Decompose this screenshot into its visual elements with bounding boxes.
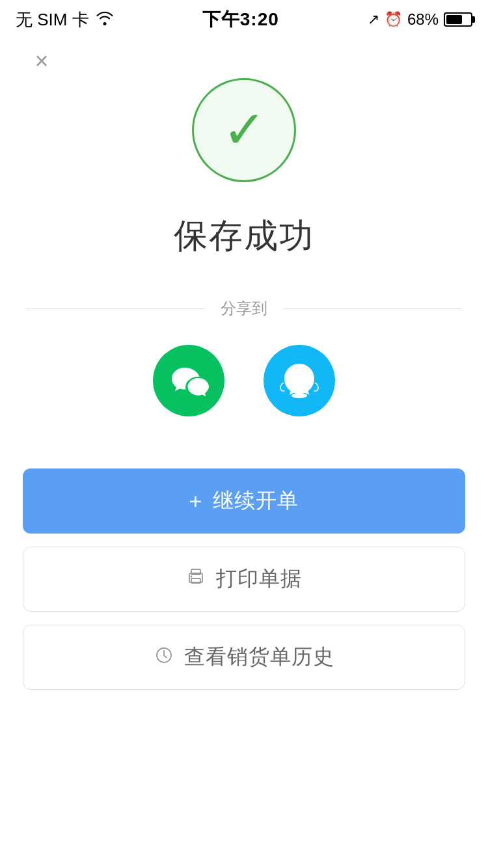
location-icon: ↗	[368, 11, 379, 28]
share-wechat-button[interactable]	[153, 345, 224, 416]
checkmark-icon: ✓	[223, 104, 266, 156]
battery-text: 68%	[407, 10, 439, 29]
print-label: 打印单据	[216, 565, 302, 593]
close-button[interactable]: ×	[26, 46, 57, 77]
svg-point-0	[180, 377, 183, 381]
svg-point-4	[291, 393, 307, 398]
qq-icon	[278, 360, 320, 401]
success-circle: ✓	[192, 78, 296, 182]
history-icon	[154, 645, 174, 670]
close-icon: ×	[34, 49, 48, 73]
status-carrier: 无 SIM 卡	[16, 8, 114, 31]
plus-icon: +	[189, 489, 203, 514]
carrier-text: 无 SIM 卡	[16, 8, 89, 31]
print-button[interactable]: 打印单据	[23, 547, 465, 612]
continue-label: 继续开单	[213, 487, 299, 515]
continue-button[interactable]: + 继续开单	[23, 468, 465, 534]
wechat-icon	[168, 360, 210, 401]
status-time: 下午3:20	[202, 7, 279, 32]
svg-point-8	[191, 575, 193, 577]
history-label: 查看销货单历史	[184, 643, 334, 671]
svg-point-1	[187, 377, 190, 381]
success-title: 保存成功	[174, 213, 314, 259]
status-bar: 无 SIM 卡 下午3:20 ↗ ⏰ 68%	[0, 0, 488, 39]
share-divider: 分享到	[0, 298, 488, 319]
share-label: 分享到	[205, 298, 283, 319]
status-indicators: ↗ ⏰ 68%	[368, 10, 472, 29]
svg-point-2	[194, 385, 197, 388]
print-icon	[186, 567, 206, 591]
share-qq-button[interactable]	[264, 345, 335, 416]
alarm-icon: ⏰	[385, 11, 402, 28]
action-buttons: + 继续开单 打印单据 查看销货单历史	[23, 468, 465, 690]
wifi-icon	[96, 10, 114, 30]
main-content: ✓ 保存成功 分享到	[0, 39, 488, 690]
battery-icon	[444, 12, 472, 27]
history-button[interactable]: 查看销货单历史	[23, 625, 465, 690]
svg-point-3	[200, 385, 202, 388]
share-icons	[153, 345, 335, 416]
